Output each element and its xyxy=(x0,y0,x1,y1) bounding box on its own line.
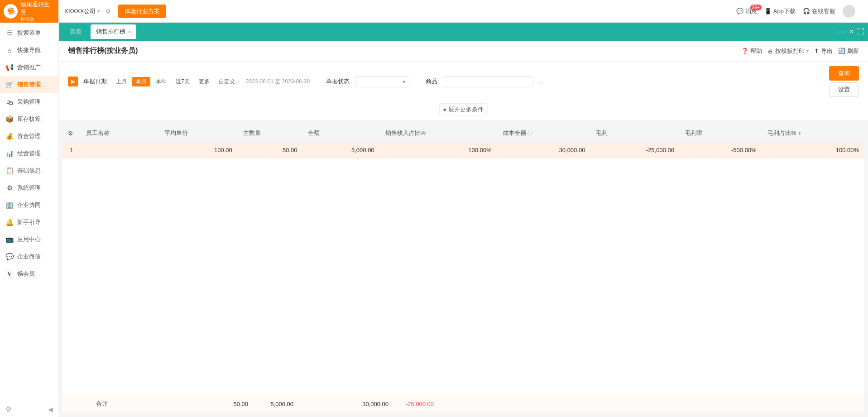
sidebar-item-marketing[interactable]: 📢 营销推广 xyxy=(0,59,58,76)
sidebar-item-operations[interactable]: 📊 经营管理 xyxy=(0,145,58,162)
logo-icon: 畅 xyxy=(4,4,18,19)
sidebar-item-label: 搜索菜单 xyxy=(17,29,41,37)
tabbar-right: — × ⛶ xyxy=(839,28,864,36)
print-icon: 🖨 xyxy=(767,48,773,54)
sidebar-item-search[interactable]: ☰ 搜索菜单 xyxy=(0,24,58,42)
date-tab-this-month[interactable]: 本月 xyxy=(132,77,150,86)
more-filters-icon[interactable]: ... xyxy=(539,78,543,85)
sidebar-item-apps[interactable]: 📺 应用中心 xyxy=(0,231,58,248)
sort-icon[interactable]: ⬆ xyxy=(798,131,801,136)
user-avatar[interactable] xyxy=(843,5,855,18)
collapse-icon[interactable]: ◀ xyxy=(48,406,53,413)
sidebar-item-finance[interactable]: 💰 资金管理 xyxy=(0,128,58,145)
page-actions: ❓ 帮助 🖨 按模板打印 ▾ ⬆ 导出 🔄 刷新 xyxy=(741,47,859,55)
footer-avg-price xyxy=(181,403,217,405)
help-btn[interactable]: ❓ 帮助 xyxy=(741,47,762,55)
sidebar-item-system[interactable]: ⚙ 系统管理 xyxy=(0,179,58,197)
enterprise-icon: 🏢 xyxy=(5,201,14,209)
search-menu-icon: ☰ xyxy=(5,29,14,37)
sidebar-item-member[interactable]: V 畅会员 xyxy=(0,265,58,283)
sidebar-item-enterprise[interactable]: 🏢 企业协同 xyxy=(0,197,58,214)
online-support-btn[interactable]: 🎧 在线客服 xyxy=(803,7,835,15)
date-tab-more[interactable]: 更多 xyxy=(195,77,213,86)
purchase-icon: 🛍 xyxy=(5,98,14,106)
sidebar-item-purchase[interactable]: 🛍 采购管理 xyxy=(0,93,58,110)
sidebar-item-sales[interactable]: 🛒 销售管理 xyxy=(0,76,58,93)
sidebar-item-inventory[interactable]: 📦 库存核算 xyxy=(0,110,58,128)
basic-icon: 📋 xyxy=(5,167,14,175)
sidebar-item-wechat[interactable]: 💬 企业微信 xyxy=(0,248,58,265)
th-gross-pct: 毛利占比% ⬆ xyxy=(762,125,864,142)
refresh-icon: 🔄 xyxy=(838,48,845,54)
home-icon: ⌂ xyxy=(5,47,14,54)
th-gross: 毛利 xyxy=(590,125,680,142)
apps-icon: 📺 xyxy=(5,235,14,244)
settings-icon[interactable]: ⚙ xyxy=(5,405,12,413)
chevron-down-icon[interactable]: ▾ xyxy=(97,8,100,14)
app-download-label: App下载 xyxy=(773,7,796,15)
trial-btn[interactable]: 体验行业方案 xyxy=(118,5,166,18)
sidebar-item-guide[interactable]: 🔔 新手引导 xyxy=(0,214,58,231)
query-btn[interactable]: 查询 xyxy=(829,66,859,81)
expand-chevron-icon: ▾ xyxy=(443,106,446,113)
sidebar-item-label: 系统管理 xyxy=(17,184,41,192)
tab-close-window-icon[interactable]: × xyxy=(849,28,854,36)
status-filter-label: 单据状态 xyxy=(326,77,350,86)
sidebar-item-label: 基础信息 xyxy=(17,167,41,175)
date-filter-label: 单据日期 xyxy=(83,77,107,86)
page-header: 销售排行榜(按业务员) ❓ 帮助 🖨 按模板打印 ▾ ⬆ 导出 🔄 刷新 xyxy=(59,41,868,62)
footer-label xyxy=(68,403,91,405)
expand-more-btn[interactable]: ▾ 展开更多条件 xyxy=(439,103,488,116)
app-name: 畅康通好生意 xyxy=(20,1,55,16)
date-tab-last-month[interactable]: 上月 xyxy=(112,77,130,86)
company-selector[interactable]: XXXXX公司 ▾ xyxy=(64,7,100,15)
cell-gross-rate: -500.00% xyxy=(680,142,762,158)
filter-collapse-btn[interactable]: ▶ xyxy=(68,77,78,86)
sidebar-item-basic[interactable]: 📋 基础信息 xyxy=(0,162,58,179)
app-download-btn[interactable]: 📱 App下载 xyxy=(764,7,796,15)
marketing-icon: 📢 xyxy=(5,63,14,72)
sidebar-item-label: 库存核算 xyxy=(17,115,41,123)
topbar-settings-icon[interactable]: ⚙ xyxy=(106,8,111,14)
date-tab-this-year[interactable]: 本年 xyxy=(152,77,170,86)
footer-gross: -25,000.00 xyxy=(394,400,439,408)
th-sales-pct: 销售收入占比% xyxy=(380,125,497,142)
footer-qty: 50.00 xyxy=(217,400,254,408)
th-avg-price: 平均单价 xyxy=(159,125,237,142)
filter-row-1: ▶ 单据日期 上月 本月 本年 近7天 更多 自定义 2023-06-01 至 … xyxy=(68,66,859,97)
close-tab-icon[interactable]: × xyxy=(128,29,131,34)
page-title: 销售排行榜(按业务员) xyxy=(68,46,138,56)
cell-gross: -25,000.00 xyxy=(590,142,680,158)
export-btn[interactable]: ⬆ 导出 xyxy=(814,47,833,55)
cost-help-icon[interactable]: ⓘ xyxy=(528,130,532,136)
date-tab-custom[interactable]: 自定义 xyxy=(215,77,239,86)
refresh-btn[interactable]: 🔄 刷新 xyxy=(838,47,859,55)
tabbar: 首页 销售排行榜 × — × ⛶ xyxy=(59,23,868,41)
footer-cost: 30,000.00 xyxy=(349,400,394,408)
table-settings-icon[interactable]: ⚙ xyxy=(68,130,73,137)
tab-home[interactable]: 首页 xyxy=(62,23,89,41)
sidebar-logo: 畅 畅康通好生意 标准版 xyxy=(0,0,58,23)
sidebar-nav: ☰ 搜索菜单 ⌂ 快捷导航 📢 营销推广 🛒 销售管理 🛍 采购管理 📦 库存核… xyxy=(0,23,58,401)
tab-sales-ranking[interactable]: 销售排行榜 × xyxy=(91,24,136,39)
sidebar-item-label: 经营管理 xyxy=(17,149,41,158)
sidebar-item-label: 应用中心 xyxy=(17,235,41,244)
message-icon: 💬 xyxy=(736,8,743,14)
goods-input[interactable] xyxy=(443,76,533,87)
footer-total-label: 合计 xyxy=(91,399,127,409)
template-print-btn[interactable]: 🖨 按模板打印 ▾ xyxy=(767,47,809,55)
tab-minimize-icon[interactable]: — xyxy=(839,28,846,36)
date-tabs: 上月 本月 本年 近7天 更多 自定义 xyxy=(112,77,239,86)
sidebar-item-label: 营销推广 xyxy=(17,63,41,72)
th-cost: 成本全额 ⓘ xyxy=(497,125,591,142)
date-tab-7days[interactable]: 近7天 xyxy=(172,77,193,86)
message-btn[interactable]: 💬 消息 99+ xyxy=(736,7,757,15)
tab-label: 销售排行榜 xyxy=(96,28,125,36)
status-select[interactable] xyxy=(355,76,409,87)
sidebar-item-shortcut[interactable]: ⌂ 快捷导航 xyxy=(0,42,58,59)
data-table-wrap: ⚙ 员工名称 平均单价 主数量 全额 销售收入占比% 成本全额 ⓘ 毛利 xyxy=(62,125,864,413)
cell-gross-pct: 100.00% xyxy=(762,142,864,158)
app-sub: 标准版 xyxy=(20,16,55,22)
tab-maximize-icon[interactable]: ⛶ xyxy=(857,28,864,36)
settings-btn[interactable]: 设置 xyxy=(829,82,859,97)
